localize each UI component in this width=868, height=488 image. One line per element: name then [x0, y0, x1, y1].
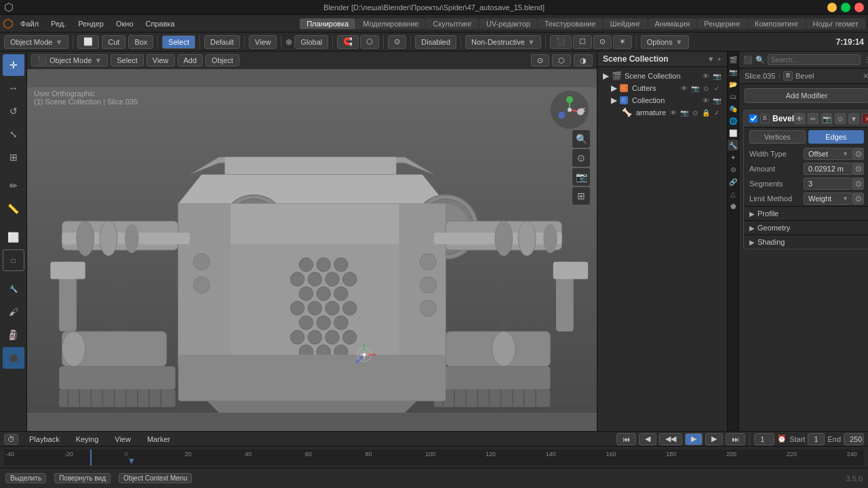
- menu-window[interactable]: Окно: [111, 18, 139, 29]
- breadcrumb-close-icon[interactable]: ✕: [863, 72, 868, 81]
- snap-align-btn[interactable]: ⬡: [360, 35, 379, 49]
- collection-armature[interactable]: 🦴 armature 👁 📷 ⊙ 🔒 ✓: [608, 106, 724, 119]
- bevel-edit-btn[interactable]: ✏: [808, 113, 818, 124]
- breadcrumb-bevel[interactable]: Bevel: [795, 72, 814, 80]
- scene-data-icon[interactable]: 🎭: [728, 103, 738, 114]
- active-tool[interactable]: ⬛: [3, 347, 24, 369]
- collection-main[interactable]: ▶ C Collection 👁 📷: [608, 94, 724, 106]
- view-layer-icon[interactable]: 🗂: [728, 91, 738, 102]
- box-select-tool[interactable]: □: [3, 249, 24, 271]
- marker-menu[interactable]: Marker: [142, 434, 176, 445]
- disabled-btn[interactable]: Disabled: [415, 35, 456, 49]
- current-frame-input[interactable]: 1: [754, 433, 774, 445]
- minimize-button[interactable]: [827, 3, 837, 12]
- collection-eye-icon[interactable]: 👁: [701, 96, 711, 105]
- collection-cutters[interactable]: ▶ C Cutters 👁 📷 ⊙ ✓: [608, 82, 724, 94]
- vp-gizmo-btn[interactable]: ⬡: [552, 54, 571, 66]
- vp-view-btn[interactable]: View: [146, 54, 175, 66]
- amount-value[interactable]: 0.02912 m: [804, 163, 853, 175]
- vp-add-btn[interactable]: Add: [178, 54, 203, 66]
- view-menu[interactable]: View: [109, 434, 136, 445]
- eye-icon[interactable]: 👁: [701, 71, 711, 81]
- proportional-btn[interactable]: ⊙: [388, 35, 406, 49]
- bevel-realtime-btn[interactable]: ⊙: [835, 113, 846, 124]
- render-icon[interactable]: 📷: [712, 71, 722, 81]
- props-more-icon[interactable]: ⋮: [863, 56, 868, 64]
- playback-menu[interactable]: Playback: [24, 434, 65, 445]
- solid-mode-btn[interactable]: ⬛: [550, 35, 572, 49]
- snap-btn[interactable]: 🧲: [337, 35, 359, 49]
- vp-overlay-btn[interactable]: ⊙: [531, 54, 549, 66]
- transform-tool[interactable]: ⊞: [3, 146, 24, 168]
- armature-render-icon[interactable]: 📷: [679, 108, 689, 117]
- data-icon[interactable]: △: [728, 188, 738, 199]
- play-reverse-btn[interactable]: ◀◀: [659, 433, 682, 445]
- prev-frame-btn[interactable]: ◀: [639, 433, 656, 445]
- render-mode-btn[interactable]: ☀: [613, 35, 632, 49]
- constraints-icon[interactable]: 🔗: [728, 176, 738, 187]
- menu-help[interactable]: Справка: [140, 18, 180, 29]
- tab-modeling[interactable]: Моделирование: [356, 18, 425, 29]
- cut-btn[interactable]: Cut: [102, 35, 125, 49]
- bevel-menu-btn[interactable]: ▼: [848, 113, 859, 124]
- start-frame-input[interactable]: 1: [808, 433, 825, 445]
- select-btn[interactable]: Select: [162, 35, 195, 49]
- armature-lock-icon[interactable]: 🔒: [701, 108, 711, 117]
- viewport-scene[interactable]: User Orthographic (1) Scene Collection |…: [27, 69, 597, 431]
- viewport-3d[interactable]: ⬛ Object Mode ▼ Select View Add Object ⊙…: [27, 52, 597, 431]
- output-props-icon[interactable]: 📂: [728, 79, 738, 89]
- armature-select-icon[interactable]: ⊙: [690, 108, 700, 117]
- default-btn[interactable]: Default: [204, 35, 240, 49]
- material-icon[interactable]: ⬟: [728, 201, 738, 211]
- vp-object-btn[interactable]: Object: [205, 54, 239, 66]
- timeline-header-btn[interactable]: ⏱: [4, 434, 18, 445]
- bevel-enable-checkbox[interactable]: [749, 115, 757, 123]
- paint-tool[interactable]: 🖌: [3, 301, 24, 323]
- material-mode-btn[interactable]: ⊙: [593, 35, 612, 49]
- tab-uv[interactable]: UV-редактор: [479, 18, 537, 29]
- tab-texture[interactable]: Текстурование: [538, 18, 603, 29]
- navigation-gizmo[interactable]: Y X: [549, 89, 590, 130]
- vp-select-btn[interactable]: Select: [111, 54, 144, 66]
- vp-shading-btn[interactable]: ◑: [574, 54, 593, 66]
- view-btn[interactable]: View: [249, 35, 277, 49]
- rotate-tool[interactable]: ↺: [3, 100, 24, 122]
- tab-geometry-nodes[interactable]: Нодьг геомет: [806, 18, 865, 29]
- tab-rendering[interactable]: Рендеринг: [697, 18, 747, 29]
- jump-start-btn[interactable]: ⏮: [616, 433, 636, 445]
- scene-props-icon[interactable]: 🎬: [728, 54, 738, 65]
- edit-tool[interactable]: 🔧: [3, 278, 24, 300]
- limit-method-value[interactable]: Weight ▼: [804, 192, 853, 205]
- object-icon[interactable]: ⬜: [728, 127, 738, 138]
- particles-icon[interactable]: ✦: [728, 152, 738, 163]
- viewport-options-btn[interactable]: ⬜: [77, 35, 99, 49]
- geometry-header[interactable]: ▶ Geometry: [744, 221, 868, 235]
- blender-icon[interactable]: ⬡: [3, 16, 14, 31]
- filter-icon[interactable]: ▼: [707, 55, 715, 63]
- vp-mode-btn[interactable]: ⬛ Object Mode ▼: [31, 54, 108, 66]
- menu-file[interactable]: Файл: [15, 18, 44, 29]
- camera-icon[interactable]: 📷: [572, 168, 590, 186]
- limit-method-plus[interactable]: ⊙: [853, 192, 864, 205]
- scale-tool[interactable]: ⤡: [3, 123, 24, 145]
- armature-v-icon[interactable]: ✓: [712, 108, 722, 117]
- measure-tool[interactable]: 📏: [3, 198, 24, 220]
- sculpt-tool[interactable]: 🗿: [3, 324, 24, 346]
- cursor-tool[interactable]: ✛: [3, 54, 24, 76]
- width-type-value[interactable]: Offset ▼: [804, 148, 853, 160]
- physics-icon[interactable]: ⚙: [728, 164, 738, 175]
- bevel-close-btn[interactable]: ✕: [862, 113, 868, 124]
- world-icon[interactable]: 🌐: [728, 115, 738, 126]
- tab-planировка[interactable]: Планировка: [300, 18, 355, 29]
- add-cube-tool[interactable]: ⬜: [3, 226, 24, 248]
- tab-shading[interactable]: Шейдинг: [604, 18, 648, 29]
- render-props-icon[interactable]: 📷: [728, 66, 738, 77]
- wireframe-mode-btn[interactable]: ☐: [573, 35, 592, 49]
- end-frame-input[interactable]: 250: [844, 433, 864, 445]
- cutters-eye-icon[interactable]: 👁: [679, 83, 689, 93]
- window-controls[interactable]: [827, 3, 864, 12]
- profile-header[interactable]: ▶ Profile: [744, 207, 868, 220]
- box-btn[interactable]: Box: [128, 35, 153, 49]
- global-btn[interactable]: Global: [294, 35, 328, 49]
- amount-plus[interactable]: ⊙: [853, 163, 864, 175]
